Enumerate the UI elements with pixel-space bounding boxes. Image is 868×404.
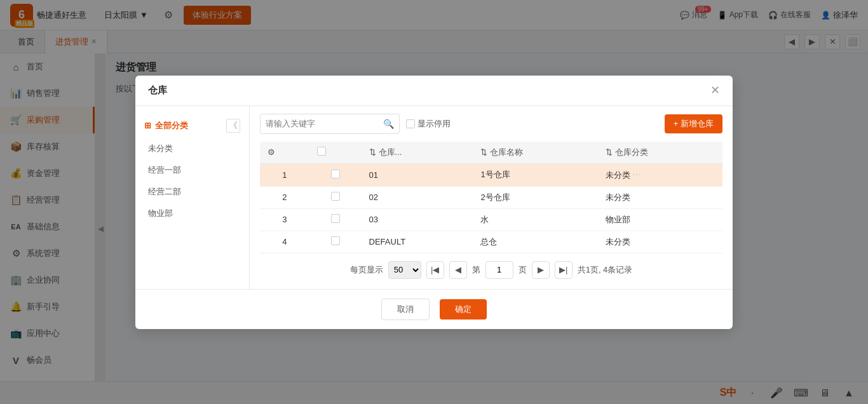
category-item-unclassified[interactable]: 未分类 [135,138,249,159]
last-page-button[interactable]: ▶| [555,261,573,279]
show-disabled-checkbox[interactable] [406,119,415,128]
row-code: 02 [362,186,473,208]
modal-close-button[interactable]: ✕ [710,84,720,96]
search-icon[interactable]: 🔍 [383,119,394,129]
add-warehouse-button[interactable]: + 新增仓库 [665,114,722,133]
table-area: 🔍 显示停用 + 新增仓库 ⚙ [250,106,733,289]
row-category: 未分类 [598,186,722,208]
row-code: 01 [362,163,473,186]
row-select-checkbox[interactable] [331,236,340,245]
search-input[interactable] [266,119,383,128]
modal-overlay: 仓库 ✕ ⊞ 全部分类 《 未分类 经营一部 经营二部 物业部 [0,0,868,404]
row-name: 2号仓库 [473,186,597,208]
page-label: 第 [472,264,480,276]
modal-header: 仓库 ✕ [135,76,733,106]
table-row[interactable]: 1 01 1号仓库 未分类 ··· [260,163,722,186]
row-category: 未分类 ··· [598,163,722,186]
per-page-select[interactable]: 50 20 100 [388,261,421,279]
page-suffix: 页 [519,264,527,276]
table-body: 1 01 1号仓库 未分类 ··· 2 02 2号仓库 [260,163,722,253]
row-num: 1 [260,163,309,186]
row-category: 未分类 [598,231,722,253]
th-settings: ⚙ [260,142,309,164]
table-scroll-area: ⚙ ⇅ 仓库... ⇅ 仓库名称 ⇅ 仓库分类 1 01 [260,142,722,253]
sort-icon-cat: ⇅ [606,147,613,157]
modal-title: 仓库 [148,84,167,97]
search-input-wrap: 🔍 [260,114,400,134]
row-checkbox[interactable] [309,231,362,253]
row-name: 总仓 [473,231,597,253]
row-checkbox[interactable] [309,163,362,186]
page-input[interactable] [485,261,513,279]
prev-page-button[interactable]: ◀ [449,261,467,279]
confirm-button[interactable]: 确定 [440,299,487,320]
modal-body: ⊞ 全部分类 《 未分类 经营一部 经营二部 物业部 🔍 [135,106,733,289]
row-num: 4 [260,231,309,253]
th-name: ⇅ 仓库名称 [473,142,597,164]
row-actions-button[interactable]: ··· [632,169,641,180]
select-all-checkbox[interactable] [317,147,326,156]
grid-icon: ⊞ [144,121,151,130]
row-name: 1号仓库 [473,163,597,186]
row-code: DEFAULT [362,231,473,253]
next-page-button[interactable]: ▶ [532,261,550,279]
row-select-checkbox[interactable] [331,214,340,223]
warehouse-modal: 仓库 ✕ ⊞ 全部分类 《 未分类 经营一部 经营二部 物业部 [135,76,733,329]
category-sidebar: ⊞ 全部分类 《 未分类 经营一部 经营二部 物业部 [135,106,250,289]
all-categories-button[interactable]: ⊞ 全部分类 [144,120,188,131]
warehouse-table: ⚙ ⇅ 仓库... ⇅ 仓库名称 ⇅ 仓库分类 1 01 [260,142,722,253]
category-toggle-button[interactable]: 《 [226,119,240,133]
table-header: ⚙ ⇅ 仓库... ⇅ 仓库名称 ⇅ 仓库分类 [260,142,722,164]
pagination-bar: 每页显示 50 20 100 |◀ ◀ 第 页 ▶ ▶| 共1页, 4条记录 [260,253,722,281]
sort-icon-name: ⇅ [480,147,487,157]
row-select-checkbox[interactable] [331,170,340,178]
sort-icon-code: ⇅ [369,147,376,157]
row-category: 物业部 [598,208,722,231]
cancel-button[interactable]: 取消 [381,299,430,320]
row-code: 03 [362,208,473,231]
th-code: ⇅ 仓库... [362,142,473,164]
first-page-button[interactable]: |◀ [426,261,444,279]
table-row[interactable]: 4 DEFAULT 总仓 未分类 [260,231,722,253]
row-num: 2 [260,186,309,208]
all-categories-label: 全部分类 [155,120,188,131]
category-item-property[interactable]: 物业部 [135,203,249,224]
total-label: 共1页, 4条记录 [578,264,633,276]
modal-footer: 取消 确定 [135,289,733,329]
table-row[interactable]: 2 02 2号仓库 未分类 [260,186,722,208]
row-checkbox[interactable] [309,186,362,208]
category-item-ops2[interactable]: 经营二部 [135,181,249,203]
table-row[interactable]: 3 03 水 物业部 [260,208,722,231]
row-name: 水 [473,208,597,231]
row-checkbox[interactable] [309,208,362,231]
per-page-label: 每页显示 [350,264,383,276]
category-header: ⊞ 全部分类 《 [135,114,249,138]
category-item-ops1[interactable]: 经营一部 [135,159,249,181]
th-category: ⇅ 仓库分类 [598,142,722,164]
table-toolbar: 🔍 显示停用 + 新增仓库 [260,114,722,134]
th-checkbox [309,142,362,164]
show-disabled-label[interactable]: 显示停用 [406,118,451,130]
row-select-checkbox[interactable] [331,192,340,201]
show-disabled-text: 显示停用 [417,118,451,130]
row-num: 3 [260,208,309,231]
